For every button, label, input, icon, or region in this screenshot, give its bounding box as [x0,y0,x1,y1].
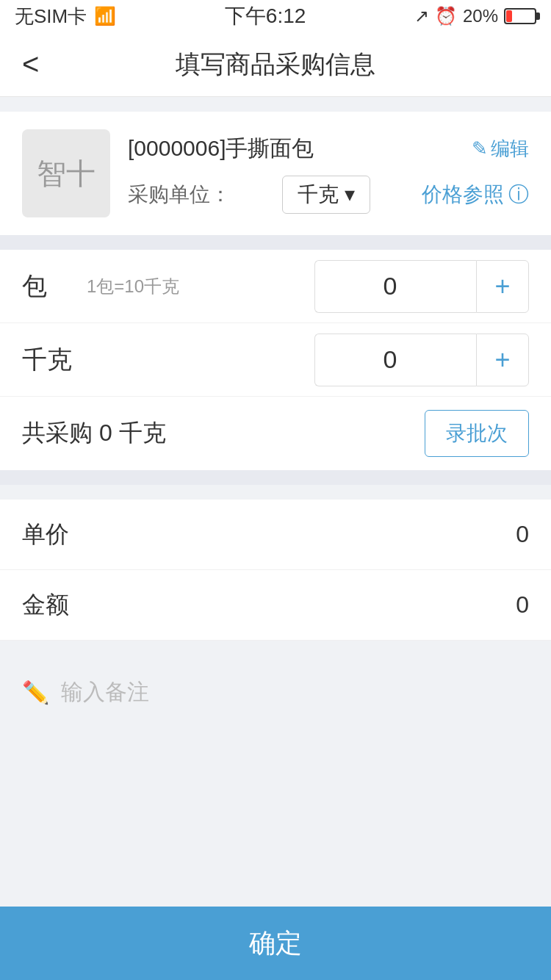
confirm-button[interactable]: 确定 [0,907,551,980]
edit-icon: ✎ [472,137,488,160]
status-time: 下午6:12 [225,2,306,30]
edit-label: 编辑 [491,136,529,162]
price-ref-label: 价格参照 [422,181,504,209]
kilogram-label: 千克 [22,343,81,377]
product-name-row: [0000006]手撕面包 ✎ 编辑 [128,134,529,164]
purchase-unit-row: 采购单位： 千克 ▾ 价格参照 ⓘ [128,176,529,214]
unit-price-value: 0 [516,521,529,548]
price-section: 单价 0 金额 0 [0,500,551,641]
package-field-wrapper: + [179,260,529,313]
back-button[interactable]: < [15,40,46,88]
location-icon: ↗ [414,6,429,26]
summary-row: 共采购 0 千克 录批次 [0,397,551,470]
amount-row: 金额 0 [0,570,551,641]
page-title: 填写商品采购信息 [176,48,375,82]
remark-placeholder: 输入备注 [61,677,149,707]
product-image: 智十 [22,129,110,217]
status-left: 无SIM卡 📶 [15,4,116,29]
chevron-down-icon: ▾ [345,182,355,206]
amount-value: 0 [516,591,529,619]
section-divider-1 [0,235,551,250]
batch-button[interactable]: 录批次 [425,410,529,457]
summary-text: 共采购 0 千克 [22,417,166,450]
kilogram-input[interactable] [314,334,476,386]
edit-button[interactable]: ✎ 编辑 [472,136,529,162]
battery-icon [504,8,536,24]
section-divider-2 [0,470,551,485]
unit-price-row: 单价 0 [0,500,551,570]
price-ref-button[interactable]: 价格参照 ⓘ [422,181,529,209]
kilogram-field-wrapper: + [81,334,529,386]
amount-label: 金额 [22,589,69,621]
status-bar: 无SIM卡 📶 下午6:12 ↗ ⏰ 20% [0,0,551,32]
product-logo: 智十 [37,154,96,194]
kilogram-plus-button[interactable]: + [476,334,529,386]
battery-fill [506,10,512,22]
unit-value: 千克 [298,181,339,209]
package-sublabel: 1包=10千克 [87,275,179,298]
kilogram-input-row: 千克 + [0,323,551,397]
package-input-row: 包 1包=10千克 + [0,250,551,323]
nav-bar: < 填写商品采购信息 [0,32,551,97]
input-section: 包 1包=10千克 + 千克 + [0,250,551,397]
unit-dropdown[interactable]: 千克 ▾ [282,176,370,214]
info-icon: ⓘ [508,181,529,209]
package-label: 包 [22,270,81,303]
carrier-text: 无SIM卡 [15,4,87,29]
package-input[interactable] [314,260,476,313]
battery-percent: 20% [463,6,498,26]
remark-section[interactable]: ✏️ 输入备注 [0,655,551,729]
product-card: 智十 [0000006]手撕面包 ✎ 编辑 采购单位： 千克 ▾ 价格参照 ⓘ [0,112,551,235]
unit-price-label: 单价 [22,519,69,551]
wifi-icon: 📶 [94,6,116,26]
package-plus-button[interactable]: + [476,260,529,313]
unit-label: 采购单位： [128,181,231,209]
pencil-icon: ✏️ [22,680,49,705]
status-right: ↗ ⏰ 20% [414,6,536,26]
product-name: [0000006]手撕面包 [128,134,314,164]
alarm-icon: ⏰ [435,6,457,26]
product-info: [0000006]手撕面包 ✎ 编辑 采购单位： 千克 ▾ 价格参照 ⓘ [128,134,529,214]
